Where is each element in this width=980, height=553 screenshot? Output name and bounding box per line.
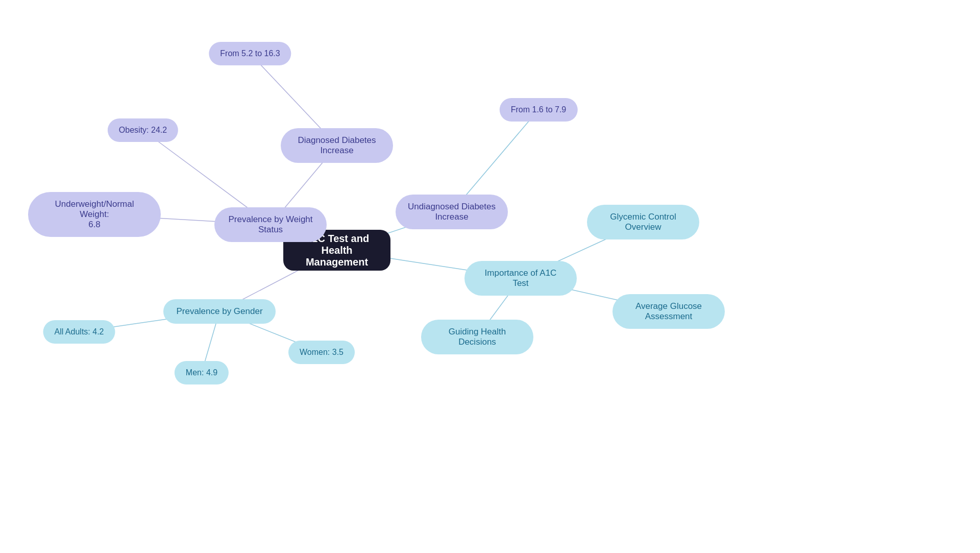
node-obesity[interactable]: Obesity: 24.2 bbox=[108, 118, 178, 142]
node-importance_a1c[interactable]: Importance of A1C Test bbox=[464, 261, 577, 296]
node-average_glucose[interactable]: Average Glucose Assessment bbox=[612, 294, 725, 329]
node-diagnosed_diabetes[interactable]: Diagnosed Diabetes Increase bbox=[281, 128, 393, 163]
node-men[interactable]: Men: 4.9 bbox=[175, 361, 229, 384]
node-prevalence_weight[interactable]: Prevalence by Weight Status bbox=[214, 207, 327, 242]
mind-map-canvas: A1C Test and Health ManagementFrom 5.2 t… bbox=[0, 0, 980, 553]
node-guiding_health[interactable]: Guiding Health Decisions bbox=[421, 320, 533, 354]
node-glycemic_control[interactable]: Glycemic Control Overview bbox=[587, 205, 699, 239]
node-underweight[interactable]: Underweight/Normal Weight: 6.8 bbox=[28, 192, 161, 237]
node-from_5_16[interactable]: From 5.2 to 16.3 bbox=[209, 42, 291, 65]
node-all_adults[interactable]: All Adults: 4.2 bbox=[43, 320, 115, 344]
node-from_1_7[interactable]: From 1.6 to 7.9 bbox=[500, 98, 578, 122]
node-prevalence_gender[interactable]: Prevalence by Gender bbox=[163, 299, 276, 324]
node-women[interactable]: Women: 3.5 bbox=[288, 341, 355, 364]
node-undiagnosed_diabetes[interactable]: Undiagnosed Diabetes Increase bbox=[396, 195, 508, 229]
